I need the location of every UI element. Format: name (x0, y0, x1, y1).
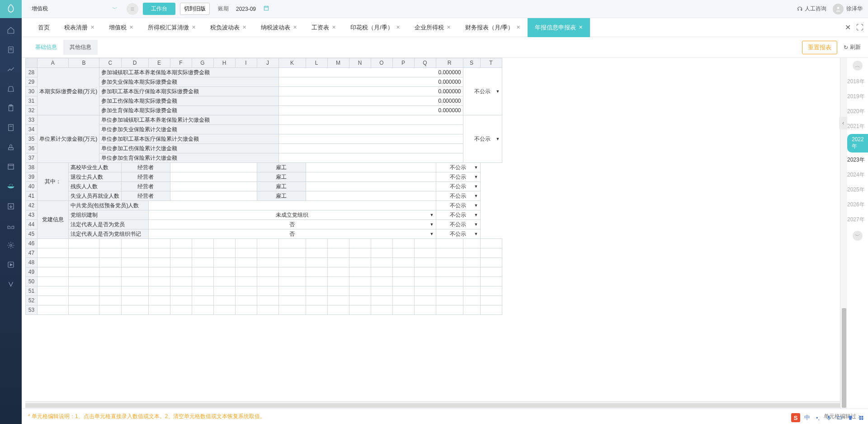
cell[interactable] (213, 305, 235, 315)
cell[interactable] (392, 305, 414, 315)
cell[interactable] (148, 305, 170, 315)
dropdown-cell[interactable]: 不公示▼ (436, 210, 480, 220)
cell-value[interactable]: 0.000000 (278, 106, 463, 115)
row-header[interactable]: 30 (26, 87, 38, 96)
cell[interactable] (414, 267, 436, 277)
cell[interactable] (414, 305, 436, 315)
col-header[interactable]: H (213, 58, 235, 68)
cell[interactable] (170, 239, 192, 248)
year-item[interactable]: 2020年 (847, 104, 868, 119)
col-header[interactable]: C (99, 58, 121, 68)
cell-label[interactable]: 雇工 (257, 172, 306, 182)
cell[interactable] (213, 239, 235, 248)
inbox-icon[interactable] (7, 222, 15, 231)
row-header[interactable]: 39 (26, 172, 38, 182)
cell[interactable] (38, 305, 69, 315)
cell[interactable] (213, 258, 235, 267)
cell[interactable] (463, 248, 480, 258)
bowl-icon[interactable] (6, 182, 15, 192)
cell[interactable] (392, 277, 414, 286)
cell[interactable] (170, 182, 257, 191)
cell[interactable] (463, 258, 480, 267)
col-header[interactable]: M (327, 58, 349, 68)
cell[interactable] (306, 172, 436, 182)
cell[interactable] (213, 277, 235, 286)
corner-cell[interactable] (26, 58, 38, 68)
cell[interactable] (121, 296, 148, 305)
cell[interactable] (99, 296, 121, 305)
tab-close-icon[interactable]: ✕ (293, 24, 297, 30)
cell[interactable] (278, 248, 306, 258)
doc-icon[interactable] (7, 46, 15, 55)
cell[interactable] (349, 305, 371, 315)
row-header[interactable]: 47 (26, 248, 38, 258)
cell[interactable] (306, 248, 327, 258)
cell[interactable] (257, 305, 278, 315)
cell-label[interactable]: 参加职工基本医疗保险本期实际缴费金额 (99, 87, 278, 96)
cell[interactable] (170, 296, 192, 305)
cell[interactable] (38, 258, 69, 267)
col-header[interactable]: F (170, 58, 192, 68)
ime-keyboard-icon[interactable] (835, 414, 844, 422)
tab-close-icon[interactable]: ✕ (129, 24, 133, 30)
row-header[interactable]: 35 (26, 134, 38, 144)
cell[interactable] (480, 286, 502, 296)
cell[interactable] (349, 248, 371, 258)
cell[interactable] (371, 286, 392, 296)
cell[interactable] (170, 172, 257, 182)
cell[interactable] (278, 125, 463, 134)
cell-group[interactable]: 其中： (38, 163, 69, 201)
tab-item[interactable]: 税表清册✕ (57, 18, 102, 37)
cell[interactable] (414, 277, 436, 286)
cell[interactable] (349, 296, 371, 305)
subtab-basic[interactable]: 基础信息 (29, 40, 63, 55)
calendar-picker-icon[interactable] (263, 5, 269, 13)
stamp-icon[interactable] (7, 143, 15, 152)
ime-logo-icon[interactable]: S (791, 413, 800, 422)
row-header[interactable]: 46 (26, 239, 38, 248)
cell[interactable] (480, 267, 502, 277)
cell[interactable] (235, 305, 257, 315)
cell[interactable] (371, 305, 392, 315)
cell[interactable] (38, 248, 69, 258)
cell[interactable] (192, 239, 213, 248)
cell[interactable] (371, 296, 392, 305)
cell[interactable] (235, 296, 257, 305)
cell-label[interactable]: 单位参加工伤保险累计欠缴金额 (99, 144, 278, 153)
cell[interactable] (38, 296, 69, 305)
cell[interactable] (392, 239, 414, 248)
row-header[interactable]: 38 (26, 163, 38, 172)
cell-value[interactable]: 0.000000 (278, 68, 463, 77)
cell[interactable] (148, 286, 170, 296)
cell[interactable] (170, 305, 192, 315)
cell[interactable] (278, 153, 463, 163)
col-header[interactable]: Q (414, 58, 436, 68)
cell[interactable] (99, 286, 121, 296)
cell[interactable] (392, 286, 414, 296)
cell-label[interactable]: 退役士兵人数 (68, 172, 121, 182)
cell[interactable] (68, 296, 99, 305)
cell-label[interactable]: 参加失业保险本期实际缴费金额 (99, 77, 278, 87)
col-header[interactable]: O (371, 58, 392, 68)
cell-label[interactable]: 单位参加失业保险累计欠缴金额 (99, 125, 278, 134)
cell[interactable] (306, 267, 327, 277)
cell[interactable] (480, 277, 502, 286)
cell[interactable] (327, 258, 349, 267)
col-header[interactable]: J (257, 58, 278, 68)
col-header[interactable]: G (192, 58, 213, 68)
row-header[interactable]: 29 (26, 77, 38, 87)
cell[interactable] (306, 305, 327, 315)
cell[interactable] (436, 258, 463, 267)
cell-label[interactable]: 高校毕业生人数 (68, 163, 121, 172)
cell-label[interactable]: 雇工 (257, 191, 306, 201)
subtab-other[interactable]: 其他信息 (63, 40, 98, 55)
cell-group[interactable]: 党建信息 (38, 201, 69, 239)
dropdown-cell[interactable]: 否▼ (148, 220, 436, 229)
tab-item[interactable]: 印花税（月/季）✕ (343, 18, 407, 37)
cell[interactable] (392, 296, 414, 305)
reset-button[interactable]: 重置报表 (802, 41, 837, 54)
scroll-up-icon[interactable]: ︿ (853, 61, 863, 71)
cell-group[interactable]: 单位累计欠缴金额(万元) (38, 115, 99, 163)
cell[interactable] (38, 277, 69, 286)
cell[interactable] (371, 239, 392, 248)
